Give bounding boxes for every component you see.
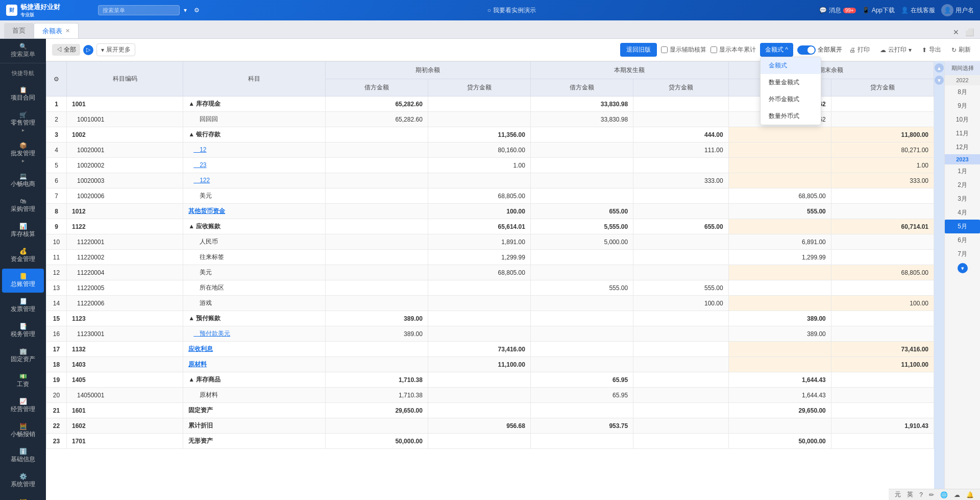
bottom-bell[interactable]: 🔔 [966, 491, 974, 498]
period-month-11[interactable]: 11月 [945, 127, 980, 140]
row-d-curr: 33,830.98 [530, 97, 633, 112]
project-icon: 📋 [4, 86, 42, 93]
mode-foreign[interactable]: 外币金额式 [761, 91, 821, 108]
maximize-btn[interactable]: ⬜ [963, 26, 976, 38]
row-code: 1601 [67, 403, 183, 418]
period-month-12[interactable]: 12月 [945, 140, 980, 154]
mode-qty-amount[interactable]: 数量金额式 [761, 74, 821, 91]
refresh-btn[interactable]: ↻ 刷新 [948, 43, 974, 56]
sidebar-item-inventory[interactable]: 📊 库存核算 [2, 219, 44, 243]
bottom-cloud[interactable]: ☁ [954, 491, 960, 498]
mode-dropdown-btn[interactable]: 金额式 ^ [760, 43, 793, 57]
row-d-curr: 953.75 [530, 418, 633, 434]
period-month-1[interactable]: 1月 [945, 164, 980, 178]
period-month-2[interactable]: 2月 [945, 178, 980, 192]
filter-all-label: 全部 [64, 46, 76, 53]
sidebar-search[interactable]: 🔍 搜索菜单 [0, 39, 46, 63]
filter-arrow-btn[interactable]: ▷ [83, 45, 93, 55]
dropdown-icon[interactable]: ▾ [184, 7, 194, 14]
period-month-3[interactable]: 3月 [945, 192, 980, 206]
sidebar-item-project[interactable]: 📋 项目合同 [2, 82, 44, 106]
sidebar-item-capital[interactable]: 💰 资金管理 [2, 244, 44, 268]
search-input[interactable] [98, 5, 180, 15]
bottom-yuan[interactable]: 元 [895, 490, 901, 499]
period-month-10[interactable]: 10月 [945, 113, 980, 127]
row-d-open [325, 219, 428, 234]
table-row: 9 1122 ▲ 应收账款 65,614.01 5,555.00 655.00 … [46, 219, 934, 234]
bottom-edit[interactable]: ✏ [929, 491, 934, 498]
bottom-globe[interactable]: 🌐 [940, 491, 948, 498]
sidebar-item-invoice[interactable]: 🧾 发票管理 [2, 294, 44, 318]
tab-balance[interactable]: 余额表 ✕ [34, 23, 79, 38]
table-row: 18 1403 原材料 11,100.00 11,100.00 [46, 357, 934, 372]
period-expand-btn[interactable]: ▾ [958, 263, 968, 273]
row-no: 11 [46, 250, 67, 265]
period-up-btn[interactable]: ▲ [935, 63, 944, 73]
sidebar-item-coop[interactable]: 🤝 企业协同 [2, 494, 44, 500]
sidebar-label-ecommerce: 小畅电商 [4, 180, 42, 188]
row-subject[interactable]: 预付款美元 [183, 326, 326, 342]
online-service-btn[interactable]: 👤 在线客服 [901, 6, 935, 15]
sidebar-item-fixed[interactable]: 🏢 固定资产 [2, 344, 44, 368]
col-settings[interactable]: ⚙ [46, 62, 67, 97]
row-d-open: 50,000.00 [325, 434, 428, 449]
sidebar-item-tax[interactable]: 📑 税务管理 [2, 319, 44, 343]
capital-icon: 💰 [4, 248, 42, 255]
period-month-5[interactable]: 5月 [945, 220, 980, 233]
show-ytd-checkbox[interactable] [710, 46, 717, 53]
period-month-4[interactable]: 4月 [945, 206, 980, 220]
period-month-6[interactable]: 6月 [945, 233, 980, 247]
row-subject[interactable]: 原材料 [183, 357, 326, 372]
sidebar-item-nav[interactable]: 快捷导航 [2, 65, 44, 81]
mode-amount[interactable]: 金额式 [761, 57, 821, 74]
row-d-open [325, 250, 428, 265]
row-subject[interactable]: 23 [183, 158, 326, 173]
expand-more-btn[interactable]: ▾ 展开更多 [96, 43, 135, 56]
period-month-8[interactable]: 8月 [945, 85, 980, 99]
bottom-help[interactable]: ? [919, 491, 923, 498]
back-old-btn[interactable]: 退回旧版 [620, 43, 657, 57]
bottom-lang[interactable]: 英 [907, 490, 913, 499]
sidebar-item-ecommerce[interactable]: 💻 小畅电商 [2, 169, 44, 193]
close-window-btn[interactable]: ✕ [951, 26, 961, 38]
row-subject[interactable]: 应收利息 [183, 342, 326, 357]
sidebar-item-report[interactable]: 🧮 小畅报销 [2, 419, 44, 443]
row-subject[interactable]: 12 [183, 142, 326, 158]
settings-icon[interactable]: ⚙ [194, 7, 204, 14]
sidebar-item-retail[interactable]: 🛒 零售管理 ▸ [2, 107, 44, 137]
sidebar-item-system[interactable]: ⚙️ 系统管理 [2, 469, 44, 493]
table-row: 4 10020001 12 80,160.00 111.00 80,271.00 [46, 142, 934, 158]
tab-close-icon[interactable]: ✕ [65, 28, 70, 34]
row-d-close [728, 219, 831, 234]
cloud-print-btn[interactable]: ☁ 云打印 ▾ [877, 43, 915, 56]
expand-switch[interactable] [797, 45, 816, 55]
export-btn[interactable]: ⬆ 导出 [919, 43, 944, 56]
show-auxiliary-checkbox[interactable] [661, 46, 668, 53]
tab-home[interactable]: 首页 [4, 23, 34, 38]
table-container[interactable]: ⚙ 科目编码 科目 期初余额 本期发生额 期末余额 借方金额 贷方金额 借方金额… [46, 61, 934, 500]
print-btn[interactable]: 🖨 打印 [846, 43, 873, 56]
mode-qty-foreign[interactable]: 数量外币式 [761, 108, 821, 125]
period-month-7[interactable]: 7月 [945, 247, 980, 261]
demo-link[interactable]: ○ 我要看实例演示 [487, 6, 536, 15]
sidebar-item-wholesale[interactable]: 📦 批发管理 ▸ [2, 138, 44, 168]
row-c-open [428, 112, 530, 127]
row-d-open [325, 280, 428, 296]
user-area[interactable]: 👤 用户名 [941, 4, 974, 16]
filter-all-btn[interactable]: ◁ 全部 [52, 44, 80, 56]
sidebar-item-general[interactable]: 📒 总账管理 [2, 269, 44, 293]
row-c-curr [633, 234, 729, 250]
message-btn[interactable]: 💬 消息 99+ [819, 6, 856, 15]
row-subject[interactable]: 其他货币资金 [183, 204, 326, 219]
period-down-btn[interactable]: ▼ [935, 76, 944, 85]
row-subject: 人民币 [183, 234, 326, 250]
row-c-open [428, 280, 530, 296]
app-download-btn[interactable]: 📱 App下载 [862, 6, 895, 15]
sidebar-item-basic[interactable]: ℹ️ 基础信息 [2, 444, 44, 468]
print-icon: 🖨 [849, 46, 855, 54]
period-month-9[interactable]: 9月 [945, 99, 980, 113]
sidebar-item-ops[interactable]: 📈 经营管理 [2, 394, 44, 418]
sidebar-item-salary[interactable]: 💵 工资 [2, 369, 44, 393]
sidebar-item-purchase[interactable]: 🛍 采购管理 [2, 194, 44, 218]
row-subject[interactable]: 122 [183, 173, 326, 188]
